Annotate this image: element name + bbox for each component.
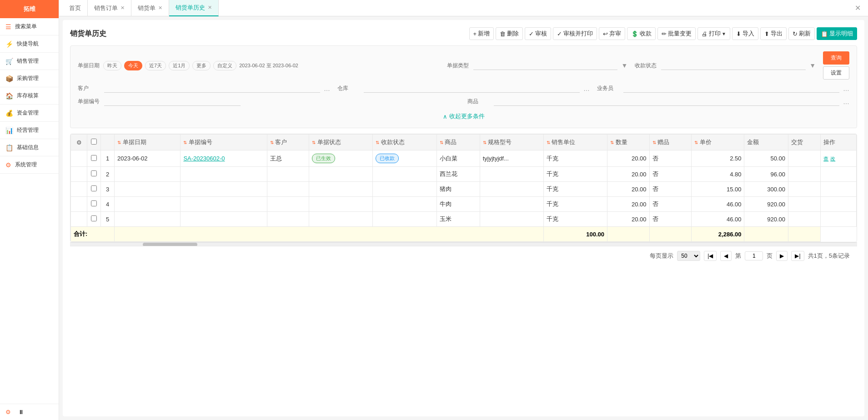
settings-bottom-icon[interactable]: ⚙ [5, 409, 11, 415]
delete-button[interactable]: 🗑 删除 [496, 27, 523, 40]
row-select-checkbox[interactable] [91, 200, 97, 206]
row-select-checkbox[interactable] [91, 185, 97, 191]
customer-input[interactable] [104, 84, 320, 93]
col-spec[interactable]: ⇅ 规格型号 [480, 135, 543, 150]
col-unit[interactable]: ⇅ 销售单位 [543, 135, 607, 150]
tab-bar-close[interactable]: ✕ [851, 4, 864, 12]
tab-sales-history-close[interactable]: ✕ [208, 5, 212, 10]
col-checkbox[interactable] [87, 135, 101, 150]
date-tag-7days[interactable]: 近7天 [145, 61, 166, 70]
row-doc-no[interactable] [181, 182, 267, 197]
col-doc-status[interactable]: ⇅ 单据状态 [309, 135, 373, 150]
warehouse-picker[interactable]: … [583, 85, 590, 92]
last-page-btn[interactable]: ▶| [791, 251, 804, 261]
discard-button[interactable]: ↩ 弃审 [599, 27, 625, 40]
row-checkbox[interactable] [87, 182, 101, 197]
basic-info-icon: 📋 [5, 144, 13, 151]
col-date[interactable]: ⇅ 单据日期 [115, 135, 181, 150]
date-tag-custom[interactable]: 自定义 [213, 61, 236, 70]
row-doc-no[interactable] [181, 212, 267, 227]
date-tag-1month[interactable]: 近1月 [169, 61, 190, 70]
payment-status-input[interactable] [661, 61, 806, 70]
row-doc-no[interactable] [181, 167, 267, 182]
settings-button[interactable]: 设置 [823, 66, 849, 80]
new-button[interactable]: + 新增 [469, 27, 494, 40]
next-page-btn[interactable]: ▶ [776, 251, 788, 261]
horizontal-scrollbar[interactable] [70, 242, 857, 246]
tab-sales-order-label: 销售订单 [94, 4, 118, 12]
warehouse-input[interactable] [364, 84, 580, 93]
import-button[interactable]: ⬇ 导入 [732, 27, 758, 40]
pause-icon[interactable]: ⏸ [18, 409, 24, 415]
row-select-checkbox[interactable] [91, 170, 97, 176]
first-page-btn[interactable]: |◀ [704, 251, 717, 261]
row-checkbox[interactable] [87, 167, 101, 182]
collapse-button[interactable]: ∧ 收起更多条件 [78, 110, 849, 122]
col-product[interactable]: ⇅ 商品 [437, 135, 480, 150]
sidebar-item-sales-mgmt[interactable]: 🛒 销售管理 [0, 53, 59, 70]
prev-page-btn[interactable]: ◀ [720, 251, 732, 261]
product-input[interactable] [494, 97, 840, 106]
row-doc-no[interactable] [181, 197, 267, 212]
product-picker[interactable]: … [843, 98, 849, 105]
per-page-select[interactable]: 50 100 200 [677, 251, 700, 261]
sidebar-item-system-mgmt[interactable]: ⚙ 系统管理 [0, 156, 59, 174]
page-header: 销货单历史 + 新增 🗑 删除 ✓ 审核 ✓ 审核并打印 [70, 27, 857, 40]
date-tag-yesterday[interactable]: 昨天 [103, 61, 121, 70]
doc-type-dropdown[interactable]: ▼ [621, 62, 627, 69]
collect-icon: 💲 [631, 30, 638, 37]
batch-change-button[interactable]: ✏ 批量变更 [657, 27, 696, 40]
sidebar-item-quick-nav[interactable]: ⚡ 快捷导航 [0, 35, 59, 53]
tab-sales-history[interactable]: 销货单历史 ✕ [169, 0, 219, 16]
summary-price [649, 227, 692, 242]
row-checkbox[interactable] [87, 150, 101, 167]
tab-sales-delivery[interactable]: 销货单 ✕ [131, 0, 169, 16]
col-doc-no[interactable]: ⇅ 单据编号 [181, 135, 267, 150]
salesperson-picker[interactable]: … [843, 85, 849, 92]
sidebar-item-basic-info[interactable]: 📋 基础信息 [0, 139, 59, 156]
sidebar-item-label: 资金管理 [17, 109, 39, 117]
date-tag-today[interactable]: 今天 [124, 61, 142, 70]
select-all-checkbox[interactable] [91, 139, 97, 145]
audit-button[interactable]: ✓ 审核 [525, 27, 551, 40]
payment-status-dropdown[interactable]: ▼ [809, 62, 816, 69]
show-detail-button[interactable]: 📋 显示明细 [817, 27, 857, 40]
date-tag-more[interactable]: 更多 [192, 61, 211, 70]
doc-no-input[interactable] [104, 97, 241, 106]
tab-sales-order-close[interactable]: ✕ [120, 5, 125, 11]
page-input[interactable] [745, 251, 763, 260]
col-customer[interactable]: ⇅ 客户 [267, 135, 309, 150]
row-checkbox[interactable] [87, 197, 101, 212]
row-doc-no[interactable]: SA-20230602-0 [181, 150, 267, 167]
action-link[interactable]: 改 [830, 156, 835, 161]
col-price[interactable]: ⇅ 单价 [692, 135, 744, 150]
audit-print-button[interactable]: ✓ 审核并打印 [553, 27, 597, 40]
filter-area: 单据日期 昨天 今天 近7天 近1月 更多 自定义 2023-06-02 至 2… [70, 45, 857, 128]
collect-button[interactable]: 💲 收款 [627, 27, 656, 40]
sidebar-item-inventory[interactable]: 🏠 库存核算 [0, 87, 59, 105]
tab-sales-delivery-close[interactable]: ✕ [158, 5, 162, 11]
action-link[interactable]: 查 [823, 156, 828, 161]
doc-type-input[interactable] [473, 61, 618, 70]
sidebar-item-search-menu[interactable]: ☰ 搜索菜单 [0, 18, 59, 35]
row-select-checkbox[interactable] [91, 215, 97, 221]
tab-sales-order[interactable]: 销售订单 ✕ [88, 0, 131, 16]
query-button[interactable]: 查询 [823, 51, 849, 65]
refresh-button[interactable]: ↻ 刷新 [788, 27, 815, 40]
sidebar-item-operations[interactable]: 📊 经营管理 [0, 122, 59, 139]
print-button[interactable]: 🖨 打印 ▼ [697, 27, 730, 40]
tab-home-label: 首页 [69, 4, 81, 12]
tab-home[interactable]: 首页 [63, 0, 88, 16]
export-button[interactable]: ⬆ 导出 [760, 27, 787, 40]
salesperson-input[interactable] [623, 84, 839, 93]
col-settings[interactable]: ⚙ [71, 135, 87, 150]
row-select-checkbox[interactable] [91, 155, 97, 161]
customer-picker[interactable]: … [324, 85, 330, 92]
col-payment-status[interactable]: ⇅ 收款状态 [373, 135, 437, 150]
filter-doc-type: 单据类型 ▼ [447, 61, 628, 70]
sidebar-item-finance[interactable]: 💰 资金管理 [0, 105, 59, 122]
sidebar-item-purchase-mgmt[interactable]: 📦 采购管理 [0, 70, 59, 87]
col-gift[interactable]: ⇅ 赠品 [649, 135, 692, 150]
row-checkbox[interactable] [87, 212, 101, 227]
col-qty[interactable]: ⇅ 数量 [607, 135, 649, 150]
